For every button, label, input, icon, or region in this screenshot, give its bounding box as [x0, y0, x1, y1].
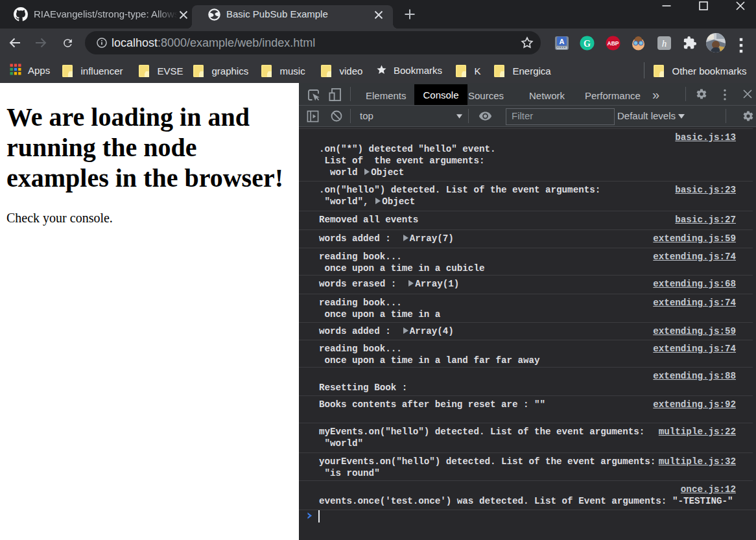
- svg-text:ABP: ABP: [608, 40, 619, 47]
- svg-text:G: G: [584, 39, 591, 49]
- svg-text:h: h: [662, 38, 667, 49]
- svg-text:A: A: [560, 38, 565, 45]
